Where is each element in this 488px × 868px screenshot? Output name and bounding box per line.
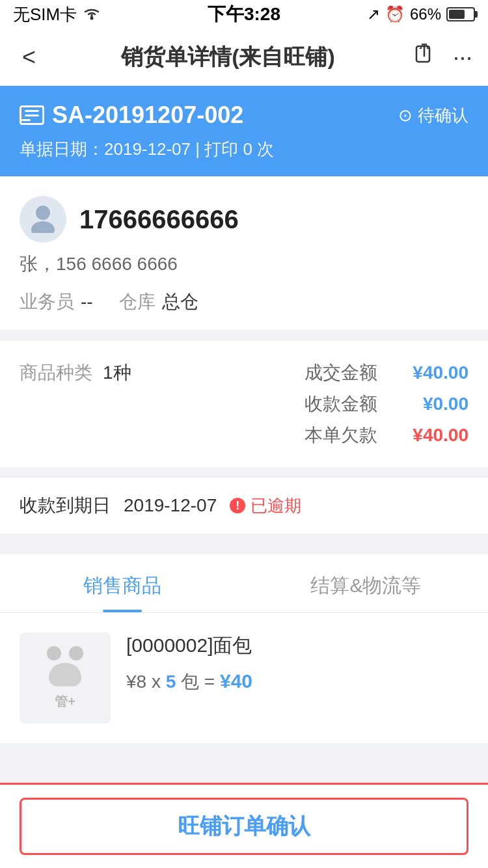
product-section: 管+ [0000002]面包 ¥8 x 5 包 = ¥40 <box>0 613 488 743</box>
owl-logo-icon: 管+ <box>47 646 83 711</box>
summary-left: 商品种类 1种 <box>20 360 131 385</box>
order-id: SA-20191207-002 <box>20 102 243 129</box>
due-date-value: 2019-12-07 <box>124 495 217 516</box>
owl-brand-label: 管+ <box>55 693 75 711</box>
tab-settlement[interactable]: 结算&物流等 <box>244 554 488 612</box>
customer-name: 张，156 6666 6666 <box>20 252 468 277</box>
avatar <box>20 196 66 243</box>
salesperson-item: 业务员 -- <box>20 290 93 314</box>
avatar-icon <box>27 200 59 239</box>
customer-meta: 业务员 -- 仓库 总仓 <box>20 290 468 314</box>
tabs-section: 销售商品 结算&物流等 <box>0 554 488 613</box>
salesperson-label: 业务员 <box>20 290 74 314</box>
owed-amount-label: 本单欠款 <box>305 423 377 448</box>
product-total: ¥40 <box>220 670 252 692</box>
salesperson-value: -- <box>81 292 93 312</box>
overdue-exclamation-icon: ! <box>230 498 245 513</box>
order-status: ⊙ 待确认 <box>398 104 468 127</box>
equals-sign: = <box>204 671 220 692</box>
tabs-row: 销售商品 结算&物流等 <box>0 554 488 613</box>
due-date-section: 收款到期日 2019-12-07 ! 已逾期 <box>0 478 488 534</box>
location-icon: ↗ <box>367 5 380 23</box>
owed-amount-value: ¥40.00 <box>390 425 468 446</box>
deal-amount-label: 成交金额 <box>305 360 377 385</box>
order-date: 单据日期：2019-12-07 | 打印 0 次 <box>20 138 468 161</box>
battery-icon <box>446 7 475 21</box>
received-amount-row: 收款金额 ¥0.00 <box>305 392 468 416</box>
product-qty: 5 <box>166 671 176 692</box>
product-type-value: 1种 <box>103 360 131 385</box>
summary-section: 商品种类 1种 成交金额 ¥40.00 收款金额 ¥0.00 本单欠款 ¥40.… <box>0 341 488 467</box>
product-unit-price: ¥8 <box>126 671 146 692</box>
deal-amount-value: ¥40.00 <box>390 362 468 383</box>
status-text: 待确认 <box>418 104 468 127</box>
order-doc-icon <box>20 105 44 125</box>
product-item: 管+ [0000002]面包 ¥8 x 5 包 = ¥40 <box>20 632 468 724</box>
carrier-text: 无SIM卡 <box>13 3 77 26</box>
divider-1 <box>0 331 488 341</box>
nav-bar: < 销货单详情(来自旺铺) ··· <box>0 29 488 86</box>
status-right: ↗ ⏰ 66% <box>367 5 475 23</box>
owl-eye-left <box>47 646 61 660</box>
order-header: SA-20191207-002 ⊙ 待确认 单据日期：2019-12-07 | … <box>0 86 488 176</box>
back-button[interactable]: < <box>16 37 42 77</box>
product-thumbnail: 管+ <box>20 632 111 724</box>
product-name: [0000002]面包 <box>126 632 468 659</box>
wifi-icon <box>82 5 102 25</box>
battery-percent: 66% <box>410 5 441 23</box>
customer-phone: 17666666666 <box>79 205 239 234</box>
warehouse-value: 总仓 <box>162 290 198 314</box>
nav-actions: ··· <box>414 42 472 72</box>
confirm-order-button[interactable]: 旺铺订单确认 <box>20 798 468 855</box>
product-unit: 包 <box>181 671 199 692</box>
product-type-label: 商品种类 <box>20 360 92 385</box>
owed-amount-row: 本单欠款 ¥40.00 <box>305 423 468 448</box>
overdue-text: 已逾期 <box>251 495 301 517</box>
status-time: 下午3:28 <box>208 2 280 27</box>
due-date-label: 收款到期日 <box>20 493 111 518</box>
page-title: 销货单详情(来自旺铺) <box>121 42 335 72</box>
warehouse-item: 仓库 总仓 <box>119 290 198 314</box>
deal-amount-row: 成交金额 ¥40.00 <box>305 360 468 385</box>
order-header-top: SA-20191207-002 ⊙ 待确认 <box>20 102 468 129</box>
svg-point-3 <box>36 206 50 220</box>
overdue-badge: ! 已逾期 <box>230 495 301 517</box>
owl-eyes <box>47 646 83 660</box>
customer-row: 17666666666 <box>20 196 468 243</box>
product-price: ¥8 x 5 包 = ¥40 <box>126 670 468 694</box>
share-icon[interactable] <box>414 42 437 72</box>
owl-eye-right <box>69 646 83 660</box>
customer-section: 17666666666 张，156 6666 6666 业务员 -- 仓库 总仓 <box>0 176 488 331</box>
status-left: 无SIM卡 <box>13 3 102 26</box>
product-info: [0000002]面包 ¥8 x 5 包 = ¥40 <box>126 632 468 694</box>
svg-point-4 <box>31 221 55 233</box>
alarm-icon: ⏰ <box>385 5 405 23</box>
multiply-sign: x <box>152 671 166 692</box>
received-amount-value: ¥0.00 <box>390 394 468 414</box>
more-icon[interactable]: ··· <box>453 44 472 71</box>
divider-2 <box>0 467 488 478</box>
owl-body <box>49 663 81 686</box>
confirm-button-wrapper: 旺铺订单确认 <box>0 783 488 868</box>
divider-3 <box>0 544 488 554</box>
tab-sales-products[interactable]: 销售商品 <box>0 554 244 612</box>
status-bar: 无SIM卡 下午3:28 ↗ ⏰ 66% <box>0 0 488 29</box>
received-amount-label: 收款金额 <box>305 392 377 416</box>
svg-point-0 <box>90 16 94 20</box>
clock-icon: ⊙ <box>398 105 413 126</box>
warehouse-label: 仓库 <box>119 290 156 314</box>
summary-right: 成交金额 ¥40.00 收款金额 ¥0.00 本单欠款 ¥40.00 <box>305 360 468 448</box>
